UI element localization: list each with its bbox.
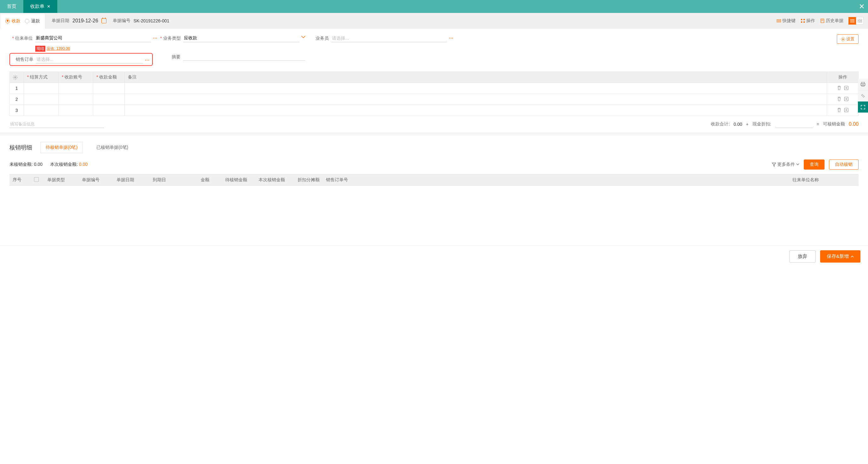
chevron-down-icon xyxy=(796,163,799,166)
cell-remark[interactable] xyxy=(125,83,827,94)
select-all-checkbox[interactable] xyxy=(34,177,39,182)
svg-rect-16 xyxy=(860,21,862,23)
tab-receipt[interactable]: 收款单 ✕ xyxy=(23,0,57,13)
add-row-icon[interactable] xyxy=(844,86,848,90)
note-input[interactable] xyxy=(9,120,104,128)
query-button[interactable]: 查询 xyxy=(804,160,825,170)
cell-remark[interactable] xyxy=(125,94,827,105)
radio-receive-label: 收款 xyxy=(12,18,21,24)
rail-link-button[interactable] xyxy=(858,90,868,102)
more-icon[interactable]: ··· xyxy=(449,34,454,41)
window-close-button[interactable]: ✕ xyxy=(855,0,868,13)
col-date: 单据日期 xyxy=(113,174,150,186)
receivable-link[interactable]: 应收: 1390.00 xyxy=(46,46,70,51)
rail-expand-button[interactable] xyxy=(858,102,868,113)
col-remark: 备注 xyxy=(125,72,827,83)
svg-rect-5 xyxy=(801,22,802,23)
settings-button[interactable]: 设置 xyxy=(837,34,859,44)
svg-point-18 xyxy=(14,77,16,78)
view-list-button[interactable] xyxy=(848,17,856,25)
cell-amount[interactable] xyxy=(93,94,125,105)
discount-input[interactable] xyxy=(775,120,813,128)
writeoff-label: 可核销金额 xyxy=(823,121,845,127)
chevron-down-icon[interactable] xyxy=(301,34,306,39)
delete-icon[interactable] xyxy=(837,86,841,90)
rail-print-button[interactable] xyxy=(858,79,868,90)
side-rail xyxy=(858,79,868,113)
svg-rect-29 xyxy=(861,84,865,85)
cell-method[interactable] xyxy=(24,105,59,116)
bill-date-value[interactable]: 2019-12-26 xyxy=(72,18,98,24)
bill-no-label: 单据编号 xyxy=(113,18,130,24)
add-row-icon[interactable] xyxy=(844,97,848,101)
cell-method[interactable] xyxy=(24,94,59,105)
bill-no-value: SK-20191226-001 xyxy=(133,18,169,23)
col-account: 收款账号 xyxy=(59,72,93,83)
keyboard-icon xyxy=(777,19,781,23)
plus-sign: + xyxy=(746,122,749,127)
col-method: 结算方式 xyxy=(24,72,59,83)
table-row[interactable]: 1 xyxy=(10,83,859,94)
wo-tab-done[interactable]: 已核销单据(0笔) xyxy=(91,142,133,153)
cell-method[interactable] xyxy=(24,83,59,94)
cell-amount[interactable] xyxy=(93,83,125,94)
history-button[interactable]: 历史单据 xyxy=(820,18,843,24)
history-icon xyxy=(820,19,825,23)
radio-refund-label: 退款 xyxy=(31,18,40,24)
discount-label: 现金折扣: xyxy=(752,121,771,127)
cell-account[interactable] xyxy=(59,94,93,105)
table-row[interactable]: 3 xyxy=(10,105,859,116)
radio-receive[interactable]: 收款 xyxy=(5,18,21,24)
radio-refund[interactable]: 退款 xyxy=(25,18,40,24)
more-icon[interactable]: ··· xyxy=(153,34,157,41)
settings-label: 设置 xyxy=(846,36,855,42)
footer-actions: 放弃 保存&新增 xyxy=(0,245,868,267)
col-pending: 待核销金额 xyxy=(213,174,250,186)
printer-icon xyxy=(861,82,866,87)
biztype-input[interactable] xyxy=(183,34,299,42)
gear-header[interactable] xyxy=(10,72,24,83)
summary-input[interactable] xyxy=(183,53,305,61)
unwriteoff-amount-label: 未核销金额: 0.00 xyxy=(9,162,42,167)
row-index: 2 xyxy=(10,94,24,105)
row-index: 1 xyxy=(10,83,24,94)
auto-writeoff-button[interactable]: 自动核销 xyxy=(829,160,859,170)
table-row[interactable]: 2 xyxy=(10,94,859,105)
party-status: 现结 应收: 1390.00 xyxy=(35,46,859,52)
cell-account[interactable] xyxy=(59,83,93,94)
filter-icon xyxy=(772,163,776,167)
close-icon[interactable]: ✕ xyxy=(47,4,51,9)
delete-icon[interactable] xyxy=(837,97,841,101)
cell-amount[interactable] xyxy=(93,105,125,116)
cell-remark[interactable] xyxy=(125,105,827,116)
salesorder-input[interactable] xyxy=(36,56,143,63)
discard-button[interactable]: 放弃 xyxy=(789,250,816,263)
wo-tab-pending[interactable]: 待核销单据(0笔) xyxy=(40,142,83,153)
bill-date-label: 单据日期 xyxy=(52,18,69,24)
delete-icon[interactable] xyxy=(837,108,841,112)
more-filter-button[interactable]: 更多条件 xyxy=(772,162,799,167)
col-type: 单据类型 xyxy=(44,174,79,186)
add-row-icon[interactable] xyxy=(844,108,848,112)
salesorder-label: 销售订单 xyxy=(11,57,33,62)
party-input[interactable] xyxy=(35,34,151,42)
save-new-label: 保存&新增 xyxy=(827,254,849,259)
more-icon[interactable]: ··· xyxy=(145,56,150,63)
writeoff-title: 核销明细 xyxy=(9,144,32,151)
svg-rect-6 xyxy=(803,22,805,23)
operate-button[interactable]: 操作 xyxy=(801,18,815,24)
shortcut-button[interactable]: 快捷键 xyxy=(777,18,796,24)
svg-rect-3 xyxy=(801,19,802,20)
col-due: 到期日 xyxy=(150,174,194,186)
cell-account[interactable] xyxy=(59,105,93,116)
col-discount: 折扣分摊额 xyxy=(288,174,323,186)
calendar-icon[interactable] xyxy=(101,18,106,23)
chevron-up-icon xyxy=(851,255,854,258)
save-new-button[interactable]: 保存&新增 xyxy=(820,250,861,263)
more-filter-label: 更多条件 xyxy=(777,162,795,167)
tab-home[interactable]: 首页 xyxy=(0,0,23,13)
view-grid-button[interactable] xyxy=(856,17,864,25)
radio-icon xyxy=(25,19,29,23)
summary-row: 收款合计: 0.00 + 现金折扣: = 可核销金额 0.00 xyxy=(0,116,868,133)
salesman-input[interactable] xyxy=(331,34,447,42)
